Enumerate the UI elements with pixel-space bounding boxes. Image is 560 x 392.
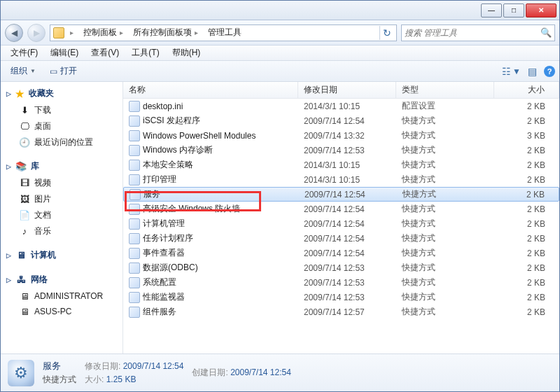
file-icon [129, 204, 140, 215]
file-size: 3 KB [494, 131, 559, 141]
sidebar-item-label: ADMINISTRATOR [34, 291, 103, 301]
file-date: 2009/7/14 12:53 [298, 278, 396, 288]
computer-icon: 🖥 [15, 250, 27, 261]
titlebar[interactable]: — □ ✕ [1, 1, 559, 20]
file-row[interactable]: Windows 内存诊断2009/7/14 12:53快捷方式2 KB [123, 143, 559, 158]
folder-icon [53, 27, 64, 38]
breadcrumb-sep[interactable]: ▸ [66, 27, 78, 38]
col-name[interactable]: 名称 [123, 82, 298, 98]
refresh-button[interactable]: ↻ [379, 26, 393, 40]
details-mod-value: 2009/7/14 12:54 [123, 361, 184, 371]
file-row[interactable]: 服务2009/7/14 12:54快捷方式2 KB [123, 187, 559, 202]
menu-view[interactable]: 查看(V) [85, 46, 125, 60]
file-size: 2 KB [494, 204, 559, 214]
file-name: 数据源(ODBC) [143, 262, 198, 274]
file-icon [129, 101, 140, 112]
sidebar-item-icon: 🖼 [19, 194, 30, 205]
open-button[interactable]: ▭ 打开 [44, 63, 83, 79]
file-name: Windows 内存诊断 [143, 144, 213, 156]
file-size: 2 KB [494, 116, 559, 126]
close-button[interactable]: ✕ [526, 4, 556, 18]
details-size-label: 大小: [85, 374, 104, 384]
file-type: 快捷方式 [396, 218, 494, 230]
file-name: desktop.ini [143, 102, 183, 111]
organize-button[interactable]: 组织 ▼ [5, 63, 41, 79]
search-icon[interactable]: 🔍 [540, 27, 552, 38]
sidebar-network[interactable]: ▷🖧网络 [1, 271, 122, 288]
file-row[interactable]: iSCSI 发起程序2009/7/14 12:54快捷方式2 KB [123, 113, 559, 128]
sidebar-item[interactable]: 📄文档 [1, 207, 122, 223]
file-type: 快捷方式 [396, 232, 494, 244]
file-type: 快捷方式 [396, 247, 494, 259]
back-button[interactable]: ◀ [5, 24, 23, 42]
file-row[interactable]: 数据源(ODBC)2009/7/14 12:53快捷方式2 KB [123, 260, 559, 275]
menu-tools[interactable]: 工具(T) [126, 46, 164, 60]
address-bar[interactable]: ▸ 控制面板 ▸ 所有控制面板项 ▸ 管理工具 ↻ [50, 24, 397, 41]
help-icon[interactable]: ? [544, 66, 555, 77]
file-name: 系统配置 [143, 276, 176, 288]
explorer-window: — □ ✕ ◀ ▶ ▸ 控制面板 ▸ 所有控制面板项 ▸ 管理工具 ↻ 🔍 文件… [0, 0, 560, 392]
menubar: 文件(F) 编辑(E) 查看(V) 工具(T) 帮助(H) [1, 46, 559, 61]
file-name: Windows PowerShell Modules [143, 131, 255, 141]
details-type: 快捷方式 [43, 374, 76, 386]
file-size: 2 KB [494, 293, 559, 302]
breadcrumb-item[interactable]: 管理工具 [204, 25, 246, 40]
sidebar-item[interactable]: 🕘最近访问的位置 [1, 134, 122, 150]
file-size: 2 KB [494, 307, 559, 317]
details-title: 服务 [43, 360, 76, 372]
col-type[interactable]: 类型 [396, 82, 494, 98]
sidebar-item-icon: 🖵 [19, 121, 30, 132]
file-row[interactable]: Windows PowerShell Modules2009/7/14 13:3… [123, 128, 559, 143]
file-row[interactable]: 高级安全 Windows 防火墙2009/7/14 12:54快捷方式2 KB [123, 202, 559, 216]
minimize-button[interactable]: — [481, 4, 502, 18]
maximize-button[interactable]: □ [503, 4, 524, 18]
file-list[interactable]: desktop.ini2014/3/1 10:15配置设置2 KBiSCSI 发… [123, 99, 559, 354]
expand-icon: ▷ [6, 252, 11, 259]
file-row[interactable]: desktop.ini2014/3/1 10:15配置设置2 KB [123, 99, 559, 113]
col-size[interactable]: 大小 [494, 82, 559, 98]
sidebar-item-label: 音乐 [34, 225, 51, 237]
column-headers: 名称 修改日期 类型 大小 [123, 82, 559, 99]
search-input[interactable] [405, 28, 540, 38]
breadcrumb-item[interactable]: 控制面板 ▸ [79, 25, 127, 40]
sidebar-item[interactable]: 🖵桌面 [1, 118, 122, 134]
file-row[interactable]: 打印管理2014/3/1 10:15快捷方式2 KB [123, 172, 559, 187]
file-row[interactable]: 计算机管理2009/7/14 12:54快捷方式2 KB [123, 216, 559, 231]
file-name: 计算机管理 [143, 218, 185, 230]
file-row[interactable]: 任务计划程序2009/7/14 12:54快捷方式2 KB [123, 231, 559, 246]
file-type: 快捷方式 [396, 203, 494, 215]
sidebar-item[interactable]: ♪音乐 [1, 223, 122, 239]
sidebar-item[interactable]: ⬇下载 [1, 102, 122, 118]
file-type: 配置设置 [396, 100, 494, 112]
file-row[interactable]: 性能监视器2009/7/14 12:53快捷方式2 KB [123, 290, 559, 304]
file-type: 快捷方式 [396, 276, 494, 288]
file-row[interactable]: 组件服务2009/7/14 12:57快捷方式2 KB [123, 304, 559, 319]
preview-pane-button[interactable]: ▤ [528, 66, 537, 77]
sidebar-item[interactable]: 🖥ASUS-PC [1, 304, 122, 319]
menu-file[interactable]: 文件(F) [5, 46, 43, 60]
file-row[interactable]: 本地安全策略2014/3/1 10:15快捷方式2 KB [123, 158, 559, 172]
sidebar-favorites[interactable]: ▷★收藏夹 [1, 85, 122, 102]
file-row[interactable]: 系统配置2009/7/14 12:53快捷方式2 KB [123, 275, 559, 290]
sidebar-computer[interactable]: ▷🖥计算机 [1, 246, 122, 264]
col-date[interactable]: 修改日期 [298, 82, 396, 98]
forward-button[interactable]: ▶ [27, 24, 46, 42]
file-icon [129, 160, 140, 171]
sidebar-library[interactable]: ▷📚库 [1, 158, 122, 175]
file-size: 2 KB [494, 219, 559, 229]
sidebar-item[interactable]: 🎞视频 [1, 175, 122, 191]
breadcrumb-item[interactable]: 所有控制面板项 ▸ [129, 25, 202, 40]
file-size: 2 KB [495, 190, 559, 200]
menu-help[interactable]: 帮助(H) [167, 46, 206, 60]
file-row[interactable]: 事件查看器2009/7/14 12:54快捷方式2 KB [123, 246, 559, 260]
sidebar-item-label: 最近访问的位置 [34, 136, 93, 148]
sidebar-item[interactable]: 🖥ADMINISTRATOR [1, 288, 122, 304]
file-size: 2 KB [494, 234, 559, 244]
sidebar-item-icon: 🎞 [19, 178, 30, 189]
file-name: 组件服务 [143, 306, 176, 318]
file-date: 2014/3/1 10:15 [298, 175, 396, 185]
view-mode-button[interactable]: ☷ ▼ [502, 66, 521, 77]
menu-edit[interactable]: 编辑(E) [45, 46, 84, 60]
sidebar-item[interactable]: 🖼图片 [1, 191, 122, 207]
search-box[interactable]: 🔍 [401, 24, 555, 41]
